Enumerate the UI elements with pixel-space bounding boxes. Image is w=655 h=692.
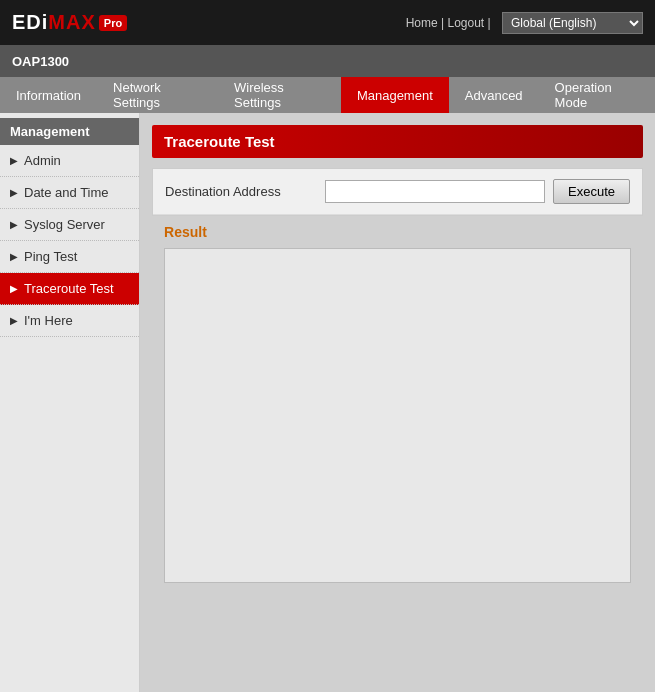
sidebar-item-syslog-server[interactable]: ▶ Syslog Server (0, 209, 139, 241)
destination-address-row: Destination Address Execute (153, 169, 642, 215)
language-select[interactable]: Global (English) Chinese (Traditional) C… (502, 12, 643, 34)
device-name: OAP1300 (12, 54, 69, 69)
sidebar-item-im-here[interactable]: ▶ I'm Here (0, 305, 139, 337)
destination-address-label: Destination Address (165, 184, 325, 199)
nav-item-wireless-settings[interactable]: Wireless Settings (218, 77, 341, 113)
arrow-icon: ▶ (10, 187, 18, 198)
destination-address-input[interactable] (325, 180, 545, 203)
sidebar-item-traceroute-test[interactable]: ▶ Traceroute Test (0, 273, 139, 305)
logo-text: EDiMAX (12, 11, 96, 34)
sidebar: Management ▶ Admin ▶ Date and Time ▶ Sys… (0, 113, 140, 692)
arrow-icon: ▶ (10, 315, 18, 326)
sep1: | (441, 16, 444, 30)
sidebar-item-admin[interactable]: ▶ Admin (0, 145, 139, 177)
page-title: Traceroute Test (152, 125, 643, 158)
nav-item-management[interactable]: Management (341, 77, 449, 113)
nav-item-information[interactable]: Information (0, 77, 97, 113)
device-name-bar: OAP1300 (0, 45, 655, 77)
header-links: Home | Logout | Global (English) Chinese… (406, 12, 643, 34)
nav-item-network-settings[interactable]: Network Settings (97, 77, 218, 113)
home-link[interactable]: Home (406, 16, 438, 30)
arrow-icon: ▶ (10, 283, 18, 294)
sidebar-header: Management (0, 118, 139, 145)
nav-item-operation-mode[interactable]: Operation Mode (539, 77, 655, 113)
nav-bar: Information Network Settings Wireless Se… (0, 77, 655, 113)
nav-item-advanced[interactable]: Advanced (449, 77, 539, 113)
header: EDiMAX Pro Home | Logout | Global (Engli… (0, 0, 655, 45)
logo: EDiMAX Pro (12, 11, 127, 34)
execute-button[interactable]: Execute (553, 179, 630, 204)
result-label: Result (152, 216, 643, 244)
logout-link[interactable]: Logout (447, 16, 484, 30)
main-layout: Management ▶ Admin ▶ Date and Time ▶ Sys… (0, 113, 655, 692)
sep2: | (488, 16, 491, 30)
arrow-icon: ▶ (10, 219, 18, 230)
result-area (164, 248, 631, 583)
arrow-icon: ▶ (10, 251, 18, 262)
traceroute-form: Destination Address Execute (152, 168, 643, 216)
content-area: Traceroute Test Destination Address Exec… (140, 113, 655, 692)
sidebar-item-ping-test[interactable]: ▶ Ping Test (0, 241, 139, 273)
sidebar-item-date-time[interactable]: ▶ Date and Time (0, 177, 139, 209)
logo-pro-badge: Pro (99, 15, 127, 31)
arrow-icon: ▶ (10, 155, 18, 166)
